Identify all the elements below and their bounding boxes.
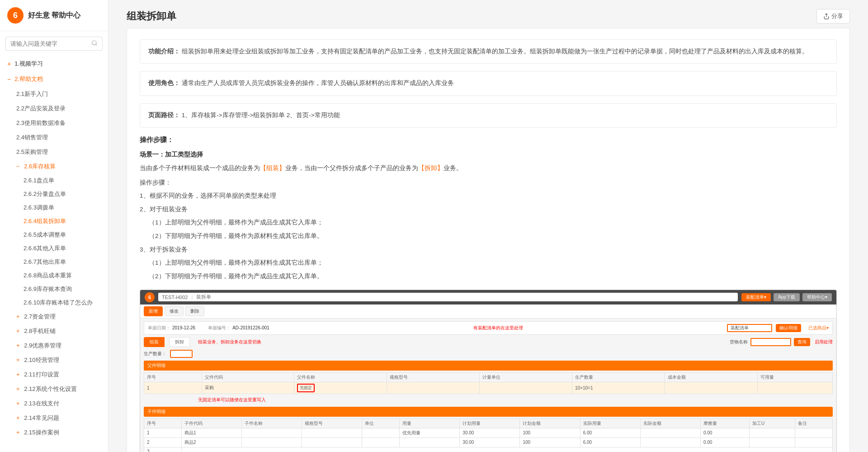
ss-cell — [749, 428, 795, 438]
sidebar-item-inv3[interactable]: 2.6.3调拨单 — [0, 201, 108, 214]
ss-seg-disassembly[interactable]: 拆卸 — [169, 337, 190, 347]
logo-area: 6 好生意 帮助中心 — [0, 0, 108, 31]
ss-seg-assembly[interactable]: 组装 — [144, 337, 165, 347]
page-title: 组装拆卸单 — [127, 10, 176, 23]
step1: 1、根据不同的业务，选择不同单据的类型来处理 — [140, 190, 837, 202]
ss-col-name: 父件名称 — [294, 372, 387, 382]
sidebar-item-inv1[interactable]: 2.6.1盘点单 — [0, 174, 108, 187]
step2-sub1: （1）上部明细为父件明细，最终作为产成品生成其它入库单； — [149, 217, 837, 228]
ss-col-spec: 规格型号 — [387, 372, 480, 382]
sidebar-item-install[interactable]: 2.2产品安装及登录 — [0, 101, 108, 116]
share-button[interactable]: 分享 — [816, 9, 850, 24]
func-intro-label: 功能介绍： — [148, 48, 180, 55]
search-box[interactable] — [5, 37, 103, 51]
ss-col-unit2: 单位 — [362, 419, 400, 428]
ss-btn-app[interactable]: App下载 — [774, 293, 800, 301]
ss-search-btn[interactable]: 查询 — [794, 338, 810, 346]
ss-qty-input[interactable] — [170, 350, 193, 358]
minus-icon: − — [7, 76, 11, 83]
ss-btn-bom[interactable]: 装配清单▾ — [741, 293, 771, 301]
sidebar-item-new[interactable]: 2.1新手入门 — [0, 87, 108, 101]
ss-middle-area: 有装配清单的在这里处理 — [273, 325, 723, 331]
ss-cell — [302, 428, 362, 438]
ss-qty-row: 生产数量： — [144, 350, 833, 358]
ss-tab-new[interactable]: 新增 — [144, 306, 163, 316]
sidebar-item-cases[interactable]: + 2.15操作案例 — [0, 425, 108, 440]
sidebar-item-faq[interactable]: + 2.14常见问题 — [0, 411, 108, 425]
minus-icon-inventory: − — [16, 163, 20, 170]
ss-confirm-btn[interactable]: 确认明细 — [776, 324, 801, 332]
ss-cell — [302, 438, 362, 447]
step3-sub1: （1）上部明细为父件明细，最终作为原材料生成其它出库单； — [149, 257, 837, 269]
ss-cell: 商品1 — [181, 428, 241, 438]
nav-section: + 1.视频学习 − 2.帮助文档 2.1新手入门 2.2产品安装及登录 2.3… — [0, 56, 108, 440]
ss-tab-edit[interactable]: 修改 — [165, 306, 184, 316]
sidebar-item-print[interactable]: + 2.11打印设置 — [0, 367, 108, 382]
ss-title-text: TEST-H002 — [162, 295, 188, 300]
step2: 2、对于组装业务 — [140, 204, 837, 215]
path-label: 页面路径： — [148, 112, 180, 119]
sidebar-item-system[interactable]: + 2.12系统个性化设置 — [0, 382, 108, 396]
ss-nav: 新增 修改 删除 — [140, 305, 836, 319]
sidebar-item-mobile[interactable]: + 2.8手机旺铺 — [0, 324, 108, 338]
ss-extra-btn[interactable]: 已选商品▾ — [808, 325, 829, 331]
ss-cell: 100 — [520, 438, 580, 447]
steps-heading: 操作步骤： — [140, 136, 837, 144]
ss-titlebar: 6 TEST-H002 | 装拆单 装配清单▾ App下载 帮助中心▾ — [140, 290, 836, 305]
highlight-assembly: 【组装】 — [260, 165, 285, 171]
main-header: 组装拆卸单 分享 — [108, 0, 868, 28]
ss-date-field: 单据日期： 2019-12-26 — [148, 325, 195, 331]
ss-col-seq: 序号 — [144, 372, 202, 382]
ss-btn-help[interactable]: 帮助中心▾ — [802, 293, 832, 301]
ss-cell: 2 — [144, 438, 182, 447]
ss-col-spec2: 规格型号 — [302, 419, 362, 428]
sidebar-item-data[interactable]: 2.3使用前数据准备 — [0, 116, 108, 130]
ss-date-value: 2019-12-26 — [172, 325, 195, 330]
sidebar-item-sales[interactable]: 2.4销售管理 — [0, 130, 108, 145]
ss-cell — [242, 438, 302, 447]
ss-cell — [795, 428, 832, 438]
ss-annotation-enable: 启用处理 — [815, 339, 833, 345]
highlight-disassembly: 【拆卸】 — [418, 165, 443, 171]
ss-col-code: 父件代码 — [202, 372, 294, 382]
ss-annotation-bom: 有装配清单的在这里处理 — [473, 325, 523, 331]
sidebar-item-online[interactable]: + 2.13在线支付 — [0, 396, 108, 411]
ss-col-act-qty: 实际用量 — [580, 419, 640, 428]
ss-lower-header-row: 序号 子件代码 子件名称 规格型号 单位 用量 计划用量 计划金额 实际用量 — [144, 419, 833, 428]
sidebar-item-inventory[interactable]: − 2.6库存核算 — [0, 159, 108, 174]
sidebar-item-coupon[interactable]: + 2.9优惠券管理 — [0, 338, 108, 353]
ss-form-area: 单据日期： 2019-12-26 单据编号： AD-20191226-001 有… — [144, 321, 833, 358]
svg-line-1 — [96, 44, 97, 46]
step2-sub2: （2）下部明细为子件明细，最终作为原材料生成其它出库单。 — [149, 230, 837, 242]
ss-cell: 10+10=1 — [572, 382, 665, 394]
sidebar-item-inv5[interactable]: 2.6.5成本调整单 — [0, 228, 108, 242]
ss-cell: 商品2 — [181, 438, 241, 447]
sidebar-item-inv6[interactable]: 2.6.6其他入库单 — [0, 242, 108, 255]
sidebar-item-inv10[interactable]: 2.6.10库存账本错了怎么办 — [0, 296, 108, 309]
plus-icon: + — [7, 60, 11, 67]
search-input[interactable] — [10, 40, 91, 47]
sidebar-item-inv7[interactable]: 2.6.7其他出库单 — [0, 255, 108, 269]
sidebar-item-purchase[interactable]: 2.5采购管理 — [0, 145, 108, 159]
ss-date-label: 单据日期： — [148, 325, 170, 331]
ss-bom-field[interactable]: 装配清单 — [727, 324, 772, 332]
logo-icon: 6 — [7, 7, 24, 24]
ss-goods-input[interactable] — [750, 338, 791, 346]
ss-cell — [795, 438, 832, 447]
app-name: 好生意 帮助中心 — [28, 11, 80, 20]
steps-label: 操作步骤： — [140, 177, 837, 189]
sidebar-item-docs[interactable]: − 2.帮助文档 — [0, 71, 108, 87]
sidebar-item-finance[interactable]: + 2.7资金管理 — [0, 309, 108, 324]
sidebar-item-inv8[interactable]: 2.6.8商品成本重算 — [0, 269, 108, 282]
share-icon — [823, 13, 830, 19]
ss-tab-del[interactable]: 删除 — [185, 306, 204, 316]
ss-col-qty: 生产数量 — [572, 372, 665, 382]
sidebar-item-inv4[interactable]: 2.6.4组装拆卸单 — [0, 214, 108, 228]
sidebar-item-video[interactable]: + 1.视频学习 — [0, 56, 108, 71]
sidebar-item-ops[interactable]: + 2.10经营管理 — [0, 353, 108, 367]
sidebar-item-inv2[interactable]: 2.6.2分量盘点单 — [0, 187, 108, 201]
table-row: 2 商品2 30.00 100 6.00 — [144, 438, 833, 447]
sidebar-item-inv9[interactable]: 2.6.9库存账本查询 — [0, 282, 108, 296]
ss-upper-header-text: 父件明细 — [147, 362, 165, 369]
ss-cell — [640, 438, 700, 447]
